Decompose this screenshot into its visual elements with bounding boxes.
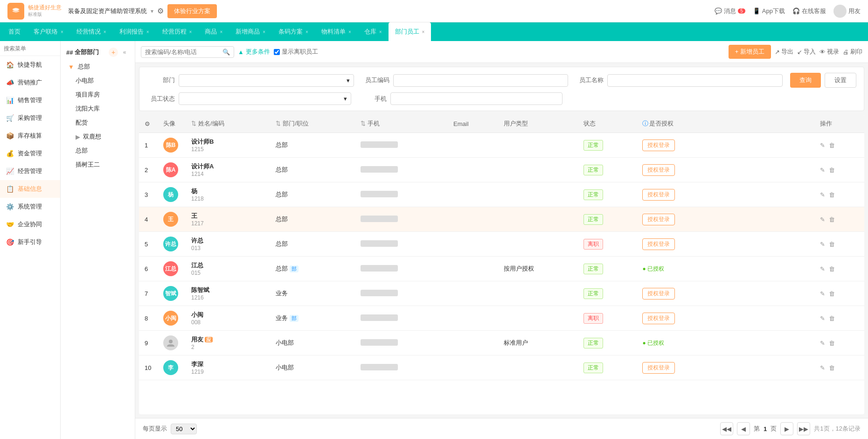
dept-item-xiangmu[interactable]: 项目库房 [61, 88, 135, 102]
tab-profit-close[interactable]: × [146, 29, 149, 35]
edit-icon[interactable]: ✎ [820, 142, 825, 149]
dept-item-zongbu-root[interactable]: ▼ 总部 [61, 60, 135, 74]
auth-login-btn[interactable]: 授权登录 [642, 362, 675, 374]
filter-emp-code-input[interactable] [393, 74, 569, 87]
search-input[interactable] [145, 49, 220, 56]
query-btn[interactable]: 查询 [790, 73, 821, 88]
delete-icon[interactable]: 🗑 [829, 364, 835, 371]
next-page-btn[interactable]: ▶ [780, 422, 793, 435]
import-btn[interactable]: ↙ 导入 [797, 48, 816, 56]
sidebar-item-sysmanage[interactable]: ⚙️ 系统管理 [0, 198, 60, 216]
sidebar-item-sales[interactable]: 📊 销售管理 [0, 91, 60, 109]
th-settings[interactable]: ⚙ [139, 115, 158, 133]
tab-warehouse-close[interactable]: × [379, 29, 382, 35]
tab-barcode[interactable]: 条码方案× [272, 22, 315, 41]
tab-bom-close[interactable]: × [348, 29, 351, 35]
delete-icon[interactable]: 🗑 [829, 241, 835, 248]
dept-collapse-action[interactable]: « [120, 48, 129, 57]
edit-icon[interactable]: ✎ [820, 290, 825, 297]
tab-profit[interactable]: 利润报告× [113, 22, 156, 41]
edit-icon[interactable]: ✎ [820, 265, 825, 272]
view-btn[interactable]: 👁 视录 [819, 48, 839, 56]
delete-icon[interactable]: 🗑 [829, 167, 835, 174]
edit-icon[interactable]: ✎ [820, 241, 825, 248]
th-name-code[interactable]: ⇅姓名/编码 [186, 115, 270, 133]
export-btn[interactable]: ↗ 导出 [775, 48, 793, 56]
print-btn[interactable]: 🖨 刷印 [843, 48, 862, 56]
edit-icon[interactable]: ✎ [820, 167, 825, 174]
sidebar-item-collab[interactable]: 🤝 企业协同 [0, 216, 60, 233]
dept-item-shuanglu[interactable]: ▶ 双鹿想 [61, 130, 135, 144]
dept-item-peihuo[interactable]: 配货 [61, 116, 135, 130]
tab-home[interactable]: 首页 [2, 22, 27, 41]
sidebar-search-input[interactable] [4, 45, 61, 52]
delete-icon[interactable]: 🗑 [829, 191, 835, 198]
delete-icon[interactable]: 🗑 [829, 340, 835, 347]
dept-item-shenyang[interactable]: 沈阳大库 [61, 102, 135, 116]
delete-icon[interactable]: 🗑 [829, 265, 835, 272]
more-filter-btn[interactable]: ▲ 更多条件 [238, 48, 270, 56]
delete-icon[interactable]: 🗑 [829, 216, 835, 223]
add-employee-btn[interactable]: + 新增员工 [729, 45, 771, 59]
last-page-btn[interactable]: ▶▶ [797, 422, 810, 435]
delete-icon[interactable]: 🗑 [829, 290, 835, 297]
dept-item-chashuwang[interactable]: 插树王二 [61, 158, 135, 172]
tab-new-goods-close[interactable]: × [263, 29, 265, 35]
auth-login-btn[interactable]: 授权登录 [642, 313, 675, 324]
tab-warehouse[interactable]: 仓库× [358, 22, 389, 41]
sidebar-item-basicinfo[interactable]: 📋 基础信息 [0, 180, 60, 198]
edit-icon[interactable]: ✎ [820, 364, 825, 371]
filter-dept-select[interactable]: ▾ [179, 74, 354, 87]
sidebar-item-inventory[interactable]: 📦 库存核算 [0, 127, 60, 145]
message-btn[interactable]: 💬 消息 5 [715, 7, 745, 15]
edit-icon[interactable]: ✎ [820, 315, 825, 322]
tab-employees-close[interactable]: × [422, 29, 425, 35]
show-resigned-check[interactable] [274, 49, 280, 55]
reset-btn[interactable]: 设置 [825, 73, 856, 88]
online-service-btn[interactable]: 🎧 在线客服 [792, 7, 826, 15]
tab-history[interactable]: 经营历程× [156, 22, 199, 41]
sidebar-item-finance[interactable]: 💰 资金管理 [0, 145, 60, 162]
auth-login-btn[interactable]: 授权登录 [642, 139, 675, 151]
prev-page-btn[interactable]: ◀ [737, 422, 750, 435]
dept-add-action[interactable]: + [109, 48, 118, 57]
user-btn[interactable]: 用友 [833, 5, 861, 18]
settings-icon[interactable]: ⚙ [157, 7, 164, 15]
auth-login-btn[interactable]: 授权登录 [642, 214, 675, 225]
auth-login-btn[interactable]: 授权登录 [642, 288, 675, 300]
filter-emp-name-input[interactable] [607, 74, 783, 87]
tab-customer[interactable]: 客户联络× [27, 22, 70, 41]
edit-icon[interactable]: ✎ [820, 191, 825, 198]
tab-operation[interactable]: 经营情况× [70, 22, 113, 41]
dept-item-zongbu2[interactable]: 总部 [61, 144, 135, 158]
edit-icon[interactable]: ✎ [820, 216, 825, 223]
sidebar-item-quicknav[interactable]: 🏠 快捷导航 [0, 56, 60, 74]
tab-new-goods[interactable]: 新增商品× [229, 22, 272, 41]
delete-icon[interactable]: 🗑 [829, 142, 835, 149]
sidebar-item-purchase[interactable]: 🛒 采购管理 [0, 109, 60, 127]
tab-bom[interactable]: 物料清单× [315, 22, 358, 41]
auth-login-btn[interactable]: 授权登录 [642, 238, 675, 250]
sidebar-item-guide[interactable]: 🎯 新手引导 [0, 233, 60, 251]
sidebar-item-bizmanage[interactable]: 📈 经营管理 [0, 162, 60, 180]
search-icon[interactable]: 🔍 [222, 49, 230, 56]
tab-goods[interactable]: 商品× [198, 22, 229, 41]
app-download-btn[interactable]: 📱 App下载 [753, 7, 785, 15]
filter-phone-input[interactable] [390, 92, 563, 105]
tab-employees[interactable]: 部门员工× [389, 22, 431, 41]
system-dropdown-icon[interactable]: ▾ [151, 8, 153, 14]
tab-history-close[interactable]: × [189, 29, 192, 35]
sidebar-item-marketing[interactable]: 📣 营销推广 [0, 74, 60, 91]
per-page-select[interactable]: 50 100 200 [171, 424, 197, 434]
trial-button[interactable]: 体验行业方案 [167, 4, 217, 18]
tab-operation-close[interactable]: × [104, 29, 106, 35]
first-page-btn[interactable]: ◀◀ [720, 422, 733, 435]
th-dept-pos[interactable]: ⇅部门/职位 [270, 115, 354, 133]
tab-barcode-close[interactable]: × [306, 29, 308, 35]
show-resigned-checkbox[interactable]: 显示离职员工 [274, 48, 318, 56]
tab-goods-close[interactable]: × [220, 29, 222, 35]
delete-icon[interactable]: 🗑 [829, 315, 835, 322]
auth-login-btn[interactable]: 授权登录 [642, 164, 675, 176]
auth-login-btn[interactable]: 授权登录 [642, 189, 675, 201]
filter-status-select[interactable]: ▾ [179, 92, 351, 105]
